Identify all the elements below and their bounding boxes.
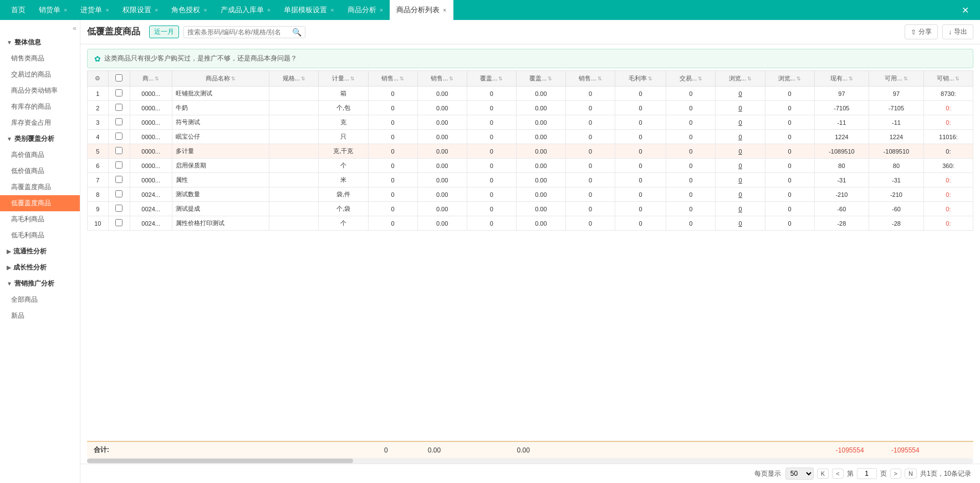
sidebar-item-low-coverage[interactable]: 低覆盖度商品 <box>0 195 80 211</box>
sidebar-item-category-rate[interactable]: 商品分类动销率 <box>0 83 80 99</box>
row-name[interactable]: 属性价格打印测试 <box>172 216 269 231</box>
prev-page-button[interactable]: < <box>832 469 843 479</box>
col-settings[interactable]: ⚙ <box>88 71 109 87</box>
page-number-input[interactable] <box>857 468 877 479</box>
row-checkbox[interactable] <box>108 202 130 216</box>
sidebar-item-all-products[interactable]: 全部商品 <box>0 292 80 308</box>
row-checkbox[interactable] <box>108 159 130 173</box>
close-icon[interactable]: × <box>64 7 67 13</box>
nav-template[interactable]: 单据模板设置 × <box>277 0 340 20</box>
sidebar-section-overview[interactable]: ▼ 整体信息 <box>0 34 80 50</box>
horizontal-scrollbar[interactable] <box>87 458 973 464</box>
row-browse1[interactable]: 0 <box>716 216 765 231</box>
close-icon[interactable]: × <box>105 7 109 13</box>
first-page-button[interactable]: K <box>817 469 829 479</box>
row-select-checkbox[interactable] <box>115 133 122 140</box>
close-icon[interactable]: × <box>267 7 270 13</box>
row-name[interactable]: 旺铺批次测试 <box>172 87 269 101</box>
col-checkbox[interactable] <box>108 71 130 87</box>
row-select-checkbox[interactable] <box>115 190 122 197</box>
col-current[interactable]: 现有...⇅ <box>814 71 869 87</box>
col-available[interactable]: 可用...⇅ <box>869 71 924 87</box>
col-cover2[interactable]: 覆盖...⇅ <box>516 71 565 87</box>
row-browse1[interactable]: 0 <box>716 159 765 173</box>
nav-permissions[interactable]: 权限设置 × <box>116 0 165 20</box>
row-select-checkbox[interactable] <box>115 89 122 96</box>
row-select-checkbox[interactable] <box>115 205 122 212</box>
row-checkbox[interactable] <box>108 187 130 202</box>
col-name[interactable]: 商品名称⇅ <box>172 71 269 87</box>
sidebar-item-sales-products[interactable]: 销售类商品 <box>0 50 80 67</box>
nav-product-analysis[interactable]: 商品分析 × <box>341 0 390 20</box>
col-gross[interactable]: 毛利率⇅ <box>615 71 666 87</box>
col-browse2[interactable]: 浏览...⇅ <box>765 71 814 87</box>
row-select-checkbox[interactable] <box>115 176 122 183</box>
close-icon[interactable]: × <box>330 7 334 13</box>
row-name[interactable]: 多计量 <box>172 144 269 159</box>
sidebar-section-marketing[interactable]: ▼ 营销推广分析 <box>0 276 80 292</box>
row-browse1[interactable]: 0 <box>716 87 765 101</box>
sidebar-item-inventory-funds[interactable]: 库存资金占用 <box>0 115 80 131</box>
sidebar-section-growth[interactable]: ▶ 成长性分析 <box>0 260 80 276</box>
nav-product-analysis-list[interactable]: 商品分析列表 × <box>390 0 453 20</box>
sidebar-item-new-products[interactable]: 新品 <box>0 308 80 324</box>
row-name[interactable]: 眠宝公仔 <box>172 130 269 144</box>
share-button[interactable]: ⇧ 分享 <box>905 24 938 39</box>
row-name[interactable]: 启用保质期 <box>172 159 269 173</box>
col-code[interactable]: 商...⇅ <box>130 71 172 87</box>
search-input[interactable] <box>187 28 292 36</box>
row-browse1[interactable]: 0 <box>716 115 765 130</box>
last-page-button[interactable]: N <box>905 469 917 479</box>
nav-sales[interactable]: 销货单 × <box>32 0 74 20</box>
row-checkbox[interactable] <box>108 115 130 130</box>
close-icon[interactable]: × <box>203 7 207 13</box>
row-browse1[interactable]: 0 <box>716 173 765 187</box>
row-browse1[interactable]: 0 <box>716 202 765 216</box>
sidebar-collapse-button[interactable]: « <box>0 22 80 34</box>
row-checkbox[interactable] <box>108 130 130 144</box>
close-icon[interactable]: × <box>380 7 383 13</box>
row-select-checkbox[interactable] <box>115 147 122 154</box>
col-trade[interactable]: 交易...⇅ <box>666 71 716 87</box>
col-spec[interactable]: 规格...⇅ <box>269 71 319 87</box>
row-name[interactable]: 测试提成 <box>172 202 269 216</box>
sidebar-item-high-value[interactable]: 高价值商品 <box>0 147 80 163</box>
next-page-button[interactable]: > <box>890 469 901 479</box>
nav-home[interactable]: 首页 <box>4 0 32 20</box>
nav-finished-goods[interactable]: 产成品入库单 × <box>214 0 277 20</box>
row-checkbox[interactable] <box>108 144 130 159</box>
col-sale-count[interactable]: 销售...⇅ <box>368 71 417 87</box>
period-button[interactable]: 近一月 <box>149 26 179 38</box>
row-select-checkbox[interactable] <box>115 104 122 111</box>
row-browse1[interactable]: 0 <box>716 130 765 144</box>
page-size-select[interactable]: 50 100 200 <box>785 467 814 480</box>
row-browse1[interactable]: 0 <box>716 144 765 159</box>
row-select-checkbox[interactable] <box>115 219 122 226</box>
col-browse1[interactable]: 浏览...⇅ <box>716 71 765 87</box>
col-sellable[interactable]: 可销...⇅ <box>923 71 973 87</box>
sidebar-item-high-margin[interactable]: 高毛利商品 <box>0 211 80 227</box>
col-unit[interactable]: 计量...⇅ <box>319 71 368 87</box>
select-all-checkbox[interactable] <box>115 74 122 82</box>
nav-purchase[interactable]: 进货单 × <box>74 0 115 20</box>
row-browse1[interactable]: 0 <box>716 101 765 115</box>
sidebar-section-coverage[interactable]: ▼ 类别覆盖分析 <box>0 131 80 147</box>
sidebar-item-low-value[interactable]: 低价值商品 <box>0 163 80 179</box>
row-select-checkbox[interactable] <box>115 161 122 169</box>
col-sale3[interactable]: 销售...⇅ <box>565 71 615 87</box>
sidebar-item-low-margin[interactable]: 低毛利商品 <box>0 227 80 243</box>
sidebar-item-stocked-products[interactable]: 有库存的商品 <box>0 99 80 115</box>
nav-roles[interactable]: 角色授权 × <box>165 0 213 20</box>
sidebar-item-traded-products[interactable]: 交易过的商品 <box>0 67 80 83</box>
export-button[interactable]: ↓ 导出 <box>942 24 973 39</box>
row-checkbox[interactable] <box>108 216 130 231</box>
col-sale-amount[interactable]: 销售...⇅ <box>417 71 467 87</box>
close-icon[interactable]: × <box>155 7 158 13</box>
row-name[interactable]: 属性 <box>172 173 269 187</box>
row-checkbox[interactable] <box>108 173 130 187</box>
col-cover1[interactable]: 覆盖...⇅ <box>467 71 516 87</box>
row-name[interactable]: 牛奶 <box>172 101 269 115</box>
row-checkbox[interactable] <box>108 87 130 101</box>
search-icon[interactable]: 🔍 <box>292 28 302 37</box>
sidebar-section-liquidity[interactable]: ▶ 流通性分析 <box>0 243 80 260</box>
